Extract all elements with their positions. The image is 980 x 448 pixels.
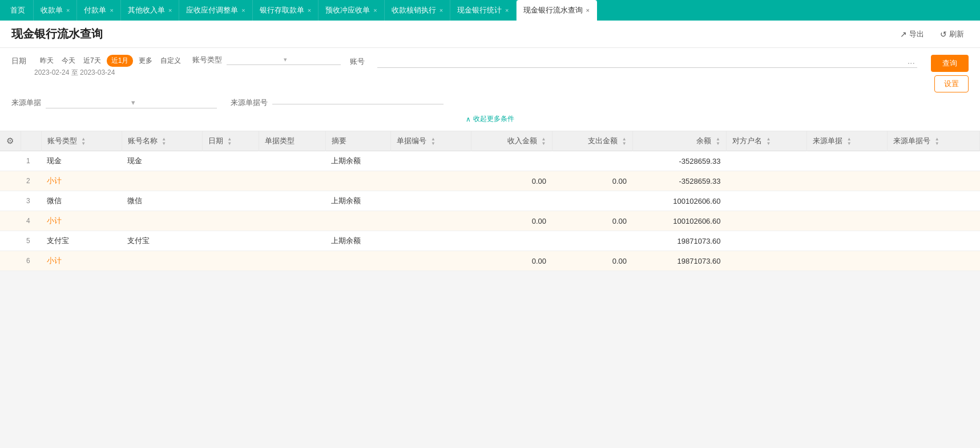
- th-settings[interactable]: ⚙: [0, 131, 21, 151]
- close-tab-0-icon[interactable]: ×: [66, 7, 70, 14]
- data-table: ⚙ 账号类型 ▲▼ 账号名称 ▲▼ 日期 ▲▼ 单据类型 摘要 单: [0, 131, 980, 271]
- date-btn-custom[interactable]: 自定义: [158, 55, 183, 67]
- account-type-label: 账号类型: [192, 55, 222, 65]
- th-summary: 摘要: [325, 131, 391, 151]
- th-source-doc[interactable]: 来源单据 ▲▼: [807, 131, 888, 151]
- th-account-type[interactable]: 账号类型 ▲▼: [41, 131, 122, 151]
- table-cell: 100102606.60: [632, 211, 726, 231]
- query-button[interactable]: 查询: [931, 55, 969, 72]
- source-doc-select[interactable]: ▾: [46, 97, 217, 108]
- table-cell: 支付宝: [122, 231, 202, 251]
- date-btn-7days[interactable]: 近7天: [81, 55, 103, 67]
- th-doc-no[interactable]: 单据编号 ▲▼: [391, 131, 471, 151]
- table-cell: [122, 171, 202, 191]
- collapse-up-icon: ∧: [466, 115, 471, 123]
- table-cell: [259, 171, 325, 191]
- source-doc-no-input[interactable]: [272, 102, 443, 104]
- close-tab-5-icon[interactable]: ×: [373, 7, 377, 14]
- table-cell: [552, 151, 632, 171]
- nav-tab-2[interactable]: 其他收入单 ×: [121, 0, 179, 21]
- table-cell: [202, 251, 259, 271]
- nav-tab-8[interactable]: 现金银行流水查询 ×: [517, 0, 597, 21]
- collapse-bar[interactable]: ∧ 收起更多条件: [11, 112, 969, 126]
- close-tab-1-icon[interactable]: ×: [110, 7, 113, 14]
- th-expense[interactable]: 支出金额 ▲▼: [552, 131, 632, 151]
- account-input[interactable]: ...: [377, 55, 917, 68]
- table-cell: 0.00: [552, 171, 632, 191]
- table-cell: [471, 191, 552, 211]
- table-cell: [259, 251, 325, 271]
- th-account-name[interactable]: 账号名称 ▲▼: [122, 131, 202, 151]
- nav-tab-5[interactable]: 预收冲应收单 ×: [318, 0, 384, 21]
- close-tab-7-icon[interactable]: ×: [505, 7, 509, 14]
- table-cell: [726, 231, 806, 251]
- table-cell: [471, 151, 552, 171]
- table-cell: 4: [21, 211, 41, 231]
- nav-home[interactable]: 首页: [2, 0, 34, 21]
- table-cell: [325, 251, 391, 271]
- close-tab-8-icon[interactable]: ×: [586, 7, 590, 14]
- table-cell: [202, 211, 259, 231]
- nav-tab-1[interactable]: 付款单 ×: [77, 0, 120, 21]
- th-counterparty[interactable]: 对方户名 ▲▼: [726, 131, 806, 151]
- table-cell: 0.00: [471, 251, 552, 271]
- close-tab-4-icon[interactable]: ×: [308, 7, 311, 14]
- th-income[interactable]: 收入金额 ▲▼: [471, 131, 552, 151]
- table-cell: 19871073.60: [632, 251, 726, 271]
- table-cell: 小计: [41, 171, 122, 191]
- source-doc-item: 来源单据 ▾: [11, 97, 217, 108]
- filter-area: 日期 昨天 今天 近7天 近1月 更多 自定义 2023-02-24 至 202…: [0, 48, 980, 131]
- table-header-row: ⚙ 账号类型 ▲▼ 账号名称 ▲▼ 日期 ▲▼ 单据类型 摘要 单: [0, 131, 980, 151]
- th-doc-type: 单据类型: [259, 131, 325, 151]
- date-label: 日期: [11, 56, 34, 66]
- date-btn-today[interactable]: 今天: [59, 55, 78, 67]
- nav-tab-4[interactable]: 银行存取款单 ×: [253, 0, 318, 21]
- settings-gear-icon[interactable]: ⚙: [6, 136, 14, 146]
- table-cell: [202, 231, 259, 251]
- th-date[interactable]: 日期 ▲▼: [202, 131, 259, 151]
- account-type-select[interactable]: ▾: [227, 55, 341, 65]
- table-cell: [0, 171, 21, 191]
- table-cell: 支付宝: [41, 231, 122, 251]
- table-cell: 0.00: [552, 251, 632, 271]
- close-tab-2-icon[interactable]: ×: [168, 7, 172, 14]
- table-cell: 小计: [41, 251, 122, 271]
- close-tab-3-icon[interactable]: ×: [241, 7, 245, 14]
- date-btn-more[interactable]: 更多: [136, 55, 155, 67]
- sort-doc-no-icon: ▲▼: [431, 137, 435, 146]
- table-cell: [391, 191, 471, 211]
- table-cell: [202, 171, 259, 191]
- table-cell: [122, 251, 202, 271]
- account-dots-icon[interactable]: ...: [908, 56, 915, 66]
- table-cell: 0.00: [471, 211, 552, 231]
- nav-tab-6[interactable]: 收款核销执行 ×: [385, 0, 450, 21]
- table-cell: [0, 211, 21, 231]
- th-source-doc-no[interactable]: 来源单据号 ▲▼: [888, 131, 980, 151]
- date-range-text: 2023-02-24 至 2023-03-24: [34, 68, 115, 76]
- close-tab-6-icon[interactable]: ×: [439, 7, 443, 14]
- th-balance[interactable]: 余额 ▲▼: [632, 131, 726, 151]
- nav-tab-3[interactable]: 应收应付调整单 ×: [179, 0, 252, 21]
- date-btn-1month[interactable]: 近1月: [107, 55, 134, 67]
- table-cell: 现金: [41, 151, 122, 171]
- settings-button[interactable]: 设置: [934, 75, 969, 92]
- table-cell: [471, 231, 552, 251]
- source-doc-arrow-icon: ▾: [131, 98, 215, 107]
- export-button[interactable]: ↗ 导出: [896, 27, 929, 42]
- table-cell: [391, 251, 471, 271]
- sort-date-icon: ▲▼: [227, 137, 232, 146]
- source-doc-no-item: 来源单据号: [231, 98, 443, 108]
- table-cell: [259, 191, 325, 211]
- table-cell: [726, 211, 806, 231]
- table-cell: [726, 251, 806, 271]
- table-cell: [807, 191, 888, 211]
- source-doc-no-label: 来源单据号: [231, 98, 268, 108]
- date-btn-yesterday[interactable]: 昨天: [38, 55, 56, 67]
- refresh-button[interactable]: ↺ 刷新: [935, 27, 969, 42]
- table-cell: [552, 191, 632, 211]
- table-cell: [807, 211, 888, 231]
- nav-tab-0[interactable]: 收款单 ×: [34, 0, 77, 21]
- table-cell: [0, 251, 21, 271]
- nav-tab-7[interactable]: 现金银行统计 ×: [450, 0, 516, 21]
- collapse-label: 收起更多条件: [473, 114, 514, 124]
